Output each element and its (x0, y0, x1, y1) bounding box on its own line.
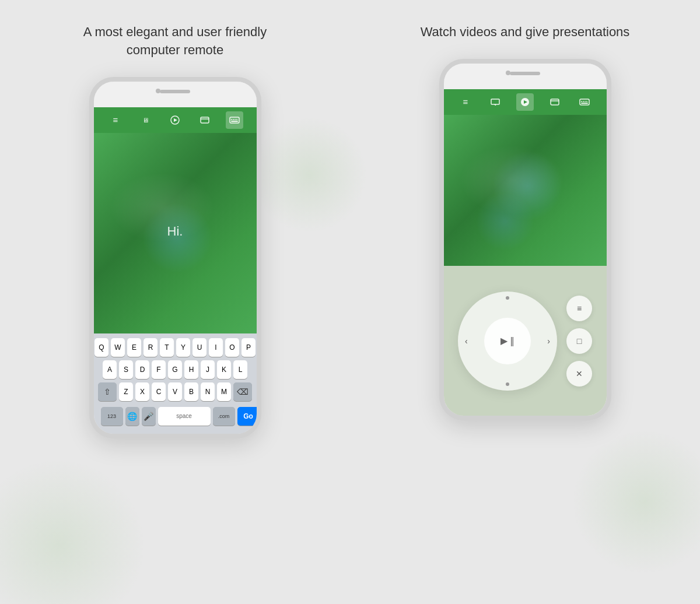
mic-key[interactable]: 🎤 (142, 407, 156, 426)
speaker-right (510, 72, 540, 75)
num-key[interactable]: 123 (101, 407, 123, 426)
key-e[interactable]: E (127, 338, 141, 357)
svg-rect-4 (230, 117, 239, 123)
play-icon-right[interactable] (516, 93, 534, 111)
app-content-left: ≡ 🖥 Hi. Q W (94, 107, 257, 434)
speaker-left (160, 90, 190, 93)
key-r[interactable]: R (144, 338, 158, 357)
toolbar-left: ≡ 🖥 (94, 107, 257, 133)
remote-area: ‹ ▶ ‖ › ≡ □ (444, 266, 607, 415)
video-area-right[interactable] (444, 115, 607, 266)
toolbar-right: ≡ (444, 89, 607, 115)
key-l[interactable]: L (233, 360, 247, 379)
svg-rect-2 (201, 117, 209, 123)
phone-top-right (444, 64, 607, 89)
remote-stop-btn[interactable]: □ (566, 328, 592, 354)
key-b[interactable]: B (184, 382, 198, 401)
key-t[interactable]: T (160, 338, 174, 357)
menu-icon-left[interactable]: ≡ (107, 111, 124, 129)
hi-text: Hi. (167, 224, 183, 239)
key-g[interactable]: G (168, 360, 182, 379)
remote-left-arrow[interactable]: ‹ (465, 336, 468, 346)
remote-menu-icon: ≡ (577, 304, 582, 313)
key-f[interactable]: F (152, 360, 166, 379)
globe-key[interactable]: 🌐 (125, 407, 139, 426)
keyboard-icon-right[interactable] (576, 93, 593, 111)
right-phone: ≡ (439, 59, 611, 420)
remote-right-arrow[interactable]: › (547, 336, 550, 346)
keyboard-row-2: A S D F G H J K L (96, 360, 254, 379)
svg-rect-10 (491, 99, 499, 104)
remote-bottom-dot (506, 382, 509, 386)
key-d[interactable]: D (135, 360, 149, 379)
left-panel: A most elegant and user friendly compute… (0, 0, 350, 604)
key-q[interactable]: Q (94, 338, 108, 357)
remote-wrapper: ‹ ▶ ‖ › ≡ □ (458, 292, 592, 391)
key-j[interactable]: J (201, 360, 215, 379)
keyboard-row-3: ⇧ Z X C V B N M ⌫ (96, 382, 254, 401)
svg-rect-16 (580, 99, 589, 105)
key-x[interactable]: X (135, 382, 149, 401)
key-z[interactable]: Z (119, 382, 133, 401)
key-s[interactable]: S (119, 360, 133, 379)
monitor-icon-right[interactable] (487, 93, 504, 111)
remote-side-buttons: ≡ □ ✕ (566, 296, 592, 387)
play-icon-left[interactable] (166, 111, 184, 129)
space-key[interactable]: space (158, 407, 211, 426)
keyboard-left: Q W E R T Y U I O P A S D F G H (94, 333, 257, 434)
remote-play-pause-btn[interactable]: ▶ ‖ (484, 318, 531, 364)
phone-top-left (94, 82, 257, 107)
key-k[interactable]: K (217, 360, 231, 379)
keyboard-row-1: Q W E R T Y U I O P (96, 338, 254, 357)
key-p[interactable]: P (242, 338, 256, 357)
key-a[interactable]: A (103, 360, 117, 379)
backspace-key[interactable]: ⌫ (233, 382, 252, 401)
key-m[interactable]: M (217, 382, 231, 401)
svg-rect-14 (551, 99, 559, 105)
remote-close-icon: ✕ (576, 369, 583, 378)
key-n[interactable]: N (201, 382, 215, 401)
svg-marker-1 (174, 118, 177, 122)
remote-top-dot (506, 296, 509, 300)
play-pause-icon: ▶ ‖ (501, 335, 514, 346)
remote-stop-icon: □ (577, 336, 582, 346)
trackpad-left[interactable]: Hi. (94, 133, 257, 333)
left-panel-title: A most elegant and user friendly compute… (83, 23, 267, 59)
browser-icon-left[interactable] (196, 111, 214, 129)
remote-menu-btn[interactable]: ≡ (566, 296, 592, 321)
keyboard-icon-left[interactable] (226, 111, 243, 129)
remote-close-btn[interactable]: ✕ (566, 361, 592, 387)
left-phone: ≡ 🖥 Hi. Q W (89, 77, 261, 438)
key-v[interactable]: V (168, 382, 182, 401)
keyboard-bottom-row: 123 🌐 🎤 space .com Go (96, 405, 254, 428)
key-w[interactable]: W (111, 338, 125, 357)
monitor-icon-left[interactable]: 🖥 (136, 111, 154, 129)
app-content-right: ≡ (444, 89, 607, 416)
go-button[interactable]: Go (237, 407, 257, 426)
key-y[interactable]: Y (176, 338, 190, 357)
shift-key[interactable]: ⇧ (98, 382, 117, 401)
right-panel-title: Watch videos and give presentations (421, 23, 630, 41)
key-i[interactable]: I (209, 338, 223, 357)
key-h[interactable]: H (184, 360, 198, 379)
browser-icon-right[interactable] (546, 93, 564, 111)
dotcom-key[interactable]: .com (213, 407, 235, 426)
key-u[interactable]: U (192, 338, 206, 357)
remote-circle[interactable]: ‹ ▶ ‖ › (458, 292, 557, 391)
right-panel: Watch videos and give presentations ≡ (350, 0, 700, 604)
key-c[interactable]: C (152, 382, 166, 401)
key-o[interactable]: O (225, 338, 239, 357)
menu-icon-right[interactable]: ≡ (457, 93, 474, 111)
